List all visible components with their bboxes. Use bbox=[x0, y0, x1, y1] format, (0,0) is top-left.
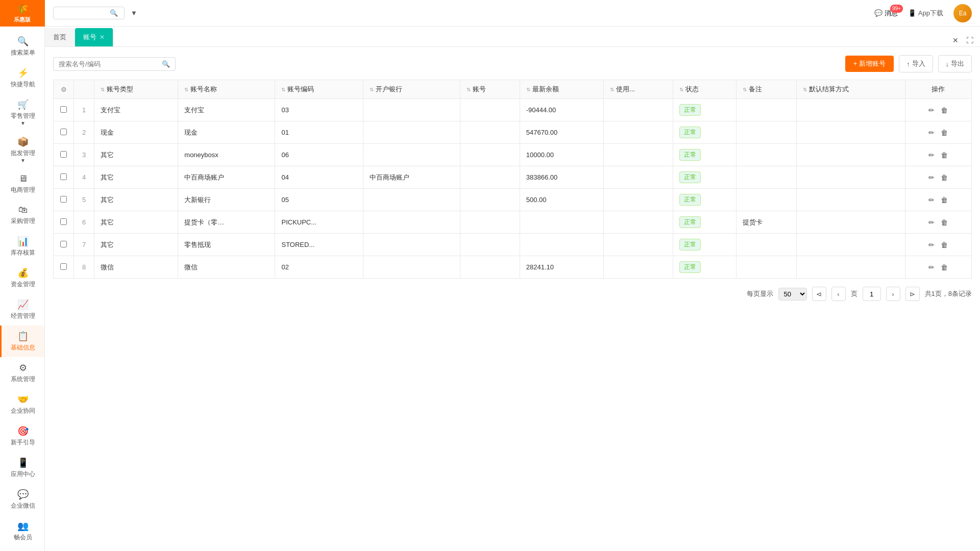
tab-0[interactable]: 首页 bbox=[45, 28, 75, 46]
tab-close-1[interactable]: ✕ bbox=[100, 34, 105, 41]
sidebar-item-11[interactable]: 🤝 企业协同 bbox=[0, 389, 44, 420]
status-badge: 正常 bbox=[679, 194, 701, 206]
cell-type: 其它 bbox=[94, 166, 178, 189]
status-badge: 正常 bbox=[679, 261, 701, 273]
row-checkbox[interactable] bbox=[60, 173, 67, 180]
per-page-select[interactable]: 50 100 200 bbox=[778, 288, 807, 300]
cell-actions: ✏ 🗑 bbox=[905, 211, 971, 234]
header-dropdown[interactable]: ▼ bbox=[131, 9, 137, 17]
table-search-box[interactable]: 🔍 bbox=[53, 57, 176, 71]
row-checkbox[interactable] bbox=[60, 196, 67, 203]
export-button[interactable]: ↓ 导出 bbox=[938, 55, 972, 72]
cell-usage bbox=[604, 256, 673, 279]
cell-bank: 中百商场账户 bbox=[363, 166, 460, 189]
col-header-status[interactable]: ⇅状态 bbox=[673, 80, 737, 99]
cell-usage bbox=[604, 234, 673, 256]
sidebar-item-6[interactable]: 📊 库存核算 bbox=[0, 231, 44, 262]
row-checkbox[interactable] bbox=[60, 241, 67, 247]
col-header-bank[interactable]: ⇅开户银行 bbox=[363, 80, 460, 99]
cell-name: 支付宝 bbox=[178, 99, 275, 121]
cell-default_payment bbox=[797, 121, 905, 144]
edit-button[interactable]: ✏ bbox=[926, 105, 937, 115]
col-header-code[interactable]: ⇅账号编码 bbox=[275, 80, 363, 99]
message-button[interactable]: 💬 消息 99+ bbox=[874, 9, 898, 18]
sidebar-label-5: 采购管理 bbox=[11, 217, 35, 226]
sidebar-item-12[interactable]: 🎯 新手引导 bbox=[0, 420, 44, 452]
cell-account bbox=[460, 144, 520, 166]
delete-button[interactable]: 🗑 bbox=[939, 150, 950, 160]
row-checkbox[interactable] bbox=[60, 106, 67, 113]
edit-button[interactable]: ✏ bbox=[926, 172, 937, 183]
edit-button[interactable]: ✏ bbox=[926, 262, 937, 272]
sidebar-item-4[interactable]: 🖥 电商管理 bbox=[0, 168, 44, 199]
col-header-balance[interactable]: ⇅最新余额 bbox=[520, 80, 603, 99]
cell-actions: ✏ 🗑 bbox=[905, 144, 971, 166]
cell-remark bbox=[737, 189, 797, 211]
cell-bank bbox=[363, 189, 460, 211]
cell-type: 其它 bbox=[94, 211, 178, 234]
delete-button[interactable]: 🗑 bbox=[939, 217, 950, 228]
tab-1[interactable]: 账号✕ bbox=[75, 28, 113, 46]
header-search-input[interactable] bbox=[59, 10, 110, 17]
sidebar-item-1[interactable]: ⚡ 快捷导航 bbox=[0, 62, 44, 94]
sidebar-item-13[interactable]: 📱 应用中心 bbox=[0, 452, 44, 484]
edit-button[interactable]: ✏ bbox=[926, 240, 937, 250]
prev-page-button[interactable]: ‹ bbox=[831, 287, 846, 301]
delete-button[interactable]: 🗑 bbox=[939, 105, 950, 115]
sidebar-item-3[interactable]: 📦 批发管理 ▼ bbox=[0, 131, 44, 168]
sidebar-item-15[interactable]: 👥 畅会员 bbox=[0, 515, 44, 547]
edit-button[interactable]: ✏ bbox=[926, 128, 937, 138]
cell-type: 其它 bbox=[94, 234, 178, 256]
sidebar-item-5[interactable]: 🛍 采购管理 bbox=[0, 199, 44, 231]
tab-close-action[interactable]: ✕ bbox=[949, 34, 962, 46]
delete-button[interactable]: 🗑 bbox=[939, 128, 950, 138]
delete-button[interactable]: 🗑 bbox=[939, 240, 950, 250]
tab-maximize-action[interactable]: ⛶ bbox=[964, 34, 976, 46]
row-checkbox[interactable] bbox=[60, 129, 67, 135]
last-page-button[interactable]: ⊳ bbox=[905, 287, 920, 301]
table-row: 6其它提货卡（零…PICKUPC...正常提货卡 ✏ 🗑 bbox=[54, 211, 972, 234]
add-account-button[interactable]: + 新增账号 bbox=[845, 56, 894, 72]
next-page-button[interactable]: › bbox=[886, 287, 900, 301]
sidebar-label-15: 畅会员 bbox=[14, 533, 32, 542]
col-header-name[interactable]: ⇅账号名称 bbox=[178, 80, 275, 99]
page-number-input[interactable] bbox=[863, 287, 881, 301]
row-checkbox[interactable] bbox=[60, 151, 67, 158]
edit-button[interactable]: ✏ bbox=[926, 195, 937, 205]
import-button[interactable]: ↑ 导入 bbox=[899, 55, 933, 72]
row-checkbox[interactable] bbox=[60, 263, 67, 270]
edit-button[interactable]: ✏ bbox=[926, 150, 937, 160]
col-header-account[interactable]: ⇅账号 bbox=[460, 80, 520, 99]
sidebar-item-14[interactable]: 💬 企业微信 bbox=[0, 484, 44, 515]
sidebar-item-7[interactable]: 💰 资金管理 bbox=[0, 262, 44, 294]
cell-code: STORED... bbox=[275, 234, 363, 256]
delete-button[interactable]: 🗑 bbox=[939, 195, 950, 205]
avatar[interactable]: Ea bbox=[953, 4, 972, 22]
sidebar-item-2[interactable]: 🛒 零售管理 ▼ bbox=[0, 94, 44, 131]
first-page-button[interactable]: ⊲ bbox=[812, 287, 826, 301]
column-settings-icon[interactable]: ⚙ bbox=[61, 86, 67, 93]
cell-code: PICKUPC... bbox=[275, 211, 363, 234]
sidebar-item-10[interactable]: ⚙ 系统管理 bbox=[0, 357, 44, 389]
tab-label-1: 账号 bbox=[83, 33, 96, 42]
col-header-usage[interactable]: ⇅使用... bbox=[604, 80, 673, 99]
sidebar-item-9[interactable]: 📋 基础信息 bbox=[0, 325, 44, 357]
edit-button[interactable]: ✏ bbox=[926, 217, 937, 228]
pagination: 每页显示 50 100 200 ⊲ ‹ 页 › ⊳ 共1页，8条记录 bbox=[53, 279, 972, 303]
table-search-input[interactable] bbox=[59, 60, 159, 68]
delete-button[interactable]: 🗑 bbox=[939, 262, 950, 272]
col-header-remark[interactable]: ⇅备注 bbox=[737, 80, 797, 99]
app-download-button[interactable]: 📱 App下载 bbox=[908, 9, 943, 18]
sidebar-item-8[interactable]: 📈 经营管理 bbox=[0, 294, 44, 325]
cell-remark bbox=[737, 256, 797, 279]
col-header-settings[interactable]: ⚙ bbox=[54, 80, 74, 99]
delete-button[interactable]: 🗑 bbox=[939, 172, 950, 183]
cell-index: 4 bbox=[74, 166, 94, 189]
cell-status: 正常 bbox=[673, 144, 737, 166]
status-badge: 正常 bbox=[679, 127, 701, 138]
col-header-default_payment[interactable]: ⇅默认结算方式 bbox=[797, 80, 905, 99]
header-search-box[interactable]: 🔍 bbox=[53, 7, 125, 19]
sidebar-item-0[interactable]: 🔍 搜索菜单 bbox=[0, 31, 44, 62]
row-checkbox[interactable] bbox=[60, 218, 67, 225]
col-header-type[interactable]: ⇅账号类型 bbox=[94, 80, 178, 99]
